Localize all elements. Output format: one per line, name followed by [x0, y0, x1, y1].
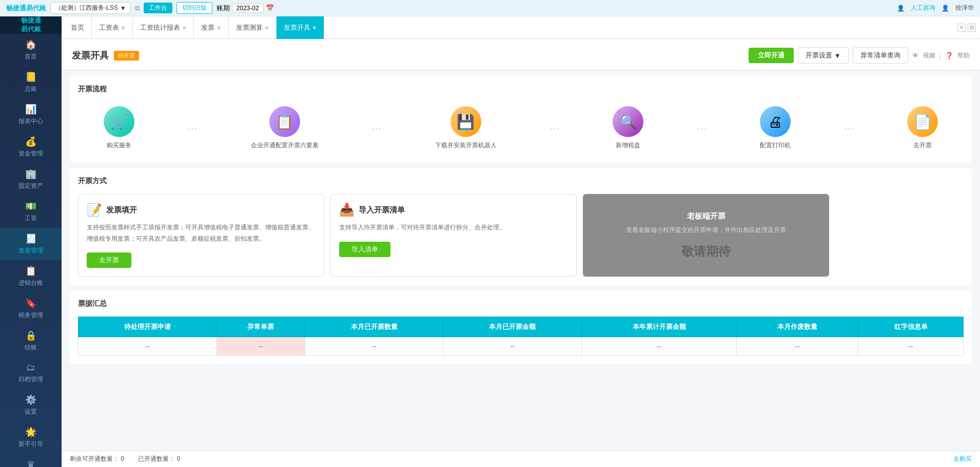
- sidebar-item-salary[interactable]: 💵 工资: [0, 196, 62, 228]
- sidebar-item-assets-label: 固定资产: [18, 182, 43, 190]
- closing-icon: 🔒: [25, 330, 36, 341]
- billing-methods-cards: 📝 发票填开 支持按照发票样式手工填报开发票；可开具增值税电子普通发票、增值税普…: [78, 194, 964, 277]
- billing-card-manual-desc: 支持按照发票样式手工填报开发票；可开具增值税电子普通发票、增值税普通发票、增值税…: [87, 222, 316, 244]
- bottom-bar: 剩余可开通数量： 0 已开通数量： 0 去购买: [62, 451, 980, 467]
- sidebar-item-archive[interactable]: 🗂 归档管理: [0, 357, 62, 389]
- summary-table-row: -- -- -- -- -- -- --: [79, 337, 964, 356]
- sidebar-item-newguide-label: 新手引导: [18, 440, 43, 449]
- open-settings-button[interactable]: 开票设置 ▼: [798, 47, 849, 64]
- flow-step-6-label: 去开票: [913, 141, 932, 150]
- reports-icon: 📊: [25, 104, 36, 115]
- sidebar-item-settings[interactable]: ⚙️ 设置: [0, 389, 62, 421]
- flow-step-1-icon: 🛒: [104, 106, 134, 137]
- sidebar-item-newguide[interactable]: 🌟 新手引导: [0, 421, 62, 454]
- billing-methods-section: 开票方式 📝 发票填开 支持按照发票样式手工填报开发票；可开具增值税电子普通发票…: [70, 168, 972, 285]
- tab-bar: 首页 工资表 × 工资统计报表 × 发票 × 发票测算 × 发票开具 ×: [62, 16, 980, 39]
- flow-step-2-icon: 📋: [269, 106, 300, 137]
- salary-icon: 💵: [25, 201, 36, 212]
- cell-month-amount: --: [443, 337, 582, 356]
- tab-invoice-issue[interactable]: 发票开具 ×: [277, 16, 324, 39]
- open-now-button[interactable]: 立即开通: [749, 48, 794, 63]
- win-close-btn[interactable]: ×: [957, 24, 966, 32]
- page-title-row: 发票开具 待开通: [72, 49, 139, 62]
- flow-step-2: 📋 企业开通配置开票六要素: [251, 106, 319, 150]
- copy-icon[interactable]: ⧉: [135, 4, 140, 12]
- sidebar-item-home[interactable]: 🏠 首页: [0, 34, 62, 66]
- tab-home[interactable]: 首页: [64, 16, 92, 39]
- sidebar-item-member[interactable]: ♛ 畅会员: [0, 454, 62, 467]
- cell-abnormal: --: [217, 337, 305, 356]
- funds-icon: 💰: [25, 136, 36, 147]
- flow-step-3: 💾 下载并安装开票机器人: [435, 106, 497, 150]
- flow-step-6-icon: 📄: [907, 106, 938, 137]
- help-label[interactable]: 帮助: [957, 51, 970, 60]
- sidebar-item-funds[interactable]: 💰 资金管理: [0, 131, 62, 163]
- flow-step-5: 🖨 配置打印机: [760, 106, 791, 150]
- workspace-button[interactable]: 工作台: [144, 3, 172, 13]
- top-bar: 畅捷通易代账 （处测）江西服务-LSS ▼ ⧉ 工作台 切到旧版 账期 2023…: [0, 0, 980, 16]
- remaining-value: 0: [121, 455, 124, 462]
- sidebar-item-inout[interactable]: 📋 进销台账: [0, 260, 62, 293]
- sidebar-item-ledger-label: 总账: [25, 85, 37, 93]
- open-settings-label: 开票设置: [806, 51, 832, 60]
- tab-invoice-calc[interactable]: 发票测算 ×: [229, 16, 277, 39]
- import-list-button[interactable]: 导入清单: [339, 242, 390, 257]
- flow-step-4-icon: 🔍: [613, 106, 643, 137]
- sidebar: 畅捷通易代账 🏠 首页 📒 总账 📊 报表中心 💰 资金管理 🏢 固定资产 💵 …: [0, 16, 62, 467]
- abnormal-query-button[interactable]: 异常清单查询: [853, 47, 908, 64]
- billing-card-boss: 老板端开票 查看老板端小程序提交的开票申请，并作出相应处理及开票 敬请期待: [583, 194, 829, 277]
- flow-step-6: 📄 去开票: [907, 106, 938, 150]
- summary-table-header: 待处理开票申请 异常单票 本月已开票数量 本月已开票金额 本年累计开票金额 本月…: [79, 317, 964, 337]
- period-selector[interactable]: 账期 2023-02 📅: [217, 4, 274, 13]
- flow-arrow-4: ⋯: [697, 122, 707, 134]
- summary-title: 票据汇总: [78, 299, 964, 308]
- tab-salary-sheet-close[interactable]: ×: [121, 24, 125, 32]
- tab-invoice-issue-close[interactable]: ×: [312, 24, 317, 32]
- tab-salary-stats-close[interactable]: ×: [182, 24, 186, 32]
- sidebar-item-assets[interactable]: 🏢 固定资产: [0, 163, 62, 196]
- tab-home-label: 首页: [71, 23, 84, 32]
- ledger-icon: 📒: [25, 71, 36, 83]
- invoice-icon: 🧾: [25, 233, 36, 244]
- tab-salary-stats-label: 工资统计报表: [140, 23, 180, 32]
- period-calendar-icon[interactable]: 📅: [266, 4, 274, 12]
- tab-salary-stats[interactable]: 工资统计报表 ×: [133, 16, 194, 39]
- import-invoice-icon: 📥: [339, 203, 355, 217]
- company-name: （处测）江西服务-LSS: [55, 4, 118, 12]
- tab-invoice-calc-label: 发票测算: [236, 23, 263, 32]
- tab-invoice-calc-close[interactable]: ×: [265, 24, 269, 32]
- flow-step-4-label: 新增税盘: [616, 141, 640, 150]
- col-void-count: 本月作废数量: [737, 317, 858, 337]
- user-name[interactable]: 徐泽华: [955, 4, 974, 12]
- sidebar-item-ledger[interactable]: 📒 总账: [0, 66, 62, 99]
- page-content: 发票开具 待开通 立即开通 开票设置 ▼ 异常清单查询 👁 视频 | ❓ 帮助: [62, 39, 980, 451]
- service-icon: 👤: [897, 5, 905, 12]
- company-dropdown-icon[interactable]: ▼: [120, 5, 126, 12]
- flow-step-1-label: 购买服务: [107, 141, 131, 150]
- view-label[interactable]: 视频: [923, 51, 935, 60]
- sidebar-item-tax[interactable]: 🔖 税务管理: [0, 293, 62, 325]
- tab-invoice[interactable]: 发票 ×: [194, 16, 228, 39]
- sidebar-item-invoice[interactable]: 🧾 发票管理: [0, 228, 62, 260]
- sidebar-item-closing[interactable]: 🔒 结账: [0, 325, 62, 357]
- company-selector[interactable]: （处测）江西服务-LSS ▼: [50, 2, 131, 14]
- flow-section: 开票流程 🛒 购买服务 ⋯ 📋 企业开通配置开票六要素 ⋯ 💾 下载并安装开票机: [70, 76, 972, 162]
- brand-logo: 畅捷通易代账: [6, 4, 46, 13]
- bottom-bar-right: 去购买: [953, 455, 972, 463]
- billing-methods-title: 开票方式: [78, 177, 964, 186]
- tab-window-controls: × ⊡: [957, 24, 980, 32]
- buy-link[interactable]: 去购买: [953, 455, 972, 462]
- old-version-button[interactable]: 切到旧版: [177, 2, 212, 14]
- flow-step-5-icon: 🖨: [760, 106, 791, 137]
- flow-step-1: 🛒 购买服务: [104, 106, 134, 150]
- tab-salary-sheet[interactable]: 工资表 ×: [92, 16, 133, 39]
- flow-arrow-1: ⋯: [187, 122, 198, 134]
- manual-invoice-icon: 📝: [87, 203, 102, 217]
- go-issue-button[interactable]: 去开票: [87, 252, 131, 268]
- tab-invoice-close[interactable]: ×: [217, 24, 221, 32]
- win-restore-btn[interactable]: ⊡: [968, 24, 976, 32]
- view-icon: 👁: [912, 52, 919, 60]
- flow-step-2-label: 企业开通配置开票六要素: [251, 141, 319, 150]
- service-label[interactable]: 人工咨询: [911, 4, 935, 12]
- sidebar-item-reports[interactable]: 📊 报表中心: [0, 99, 62, 131]
